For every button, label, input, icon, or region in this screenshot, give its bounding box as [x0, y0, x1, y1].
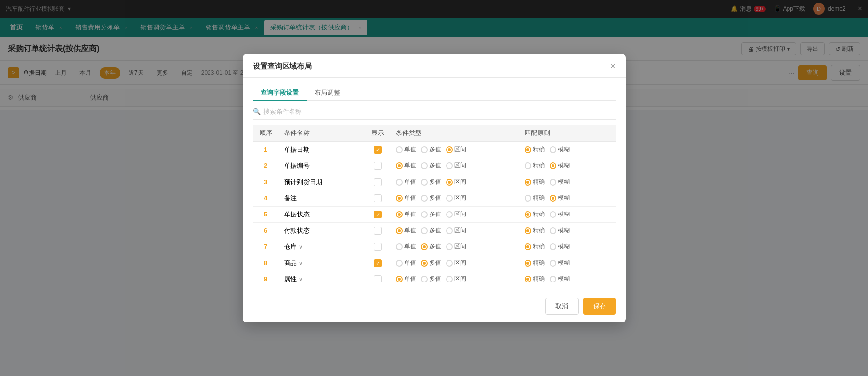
tab-query-fields[interactable]: 查询字段设置	[253, 85, 307, 101]
search-input[interactable]	[263, 108, 616, 111]
modal-overlay: 设置查询区域布局 × 查询字段设置 布局调整 🔍 顺序	[0, 0, 868, 110]
modal-title: 设置查询区域布局	[253, 62, 312, 71]
modal-body: 查询字段设置 布局调整 🔍 顺序 条件名称 显示 条件类型	[243, 78, 626, 111]
search-icon: 🔍	[253, 108, 261, 111]
modal-tabs: 查询字段设置 布局调整	[253, 85, 616, 101]
tab-layout-adjust[interactable]: 布局调整	[307, 85, 348, 101]
modal-close-button[interactable]: ×	[610, 62, 616, 71]
search-box: 🔍	[253, 108, 616, 111]
modal-header: 设置查询区域布局 ×	[243, 54, 626, 78]
modal: 设置查询区域布局 × 查询字段设置 布局调整 🔍 顺序	[243, 54, 626, 111]
